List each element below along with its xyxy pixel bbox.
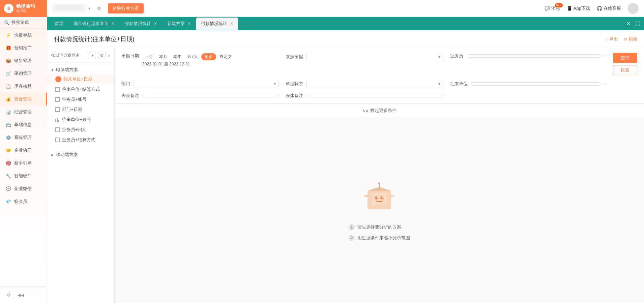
app-download-btn[interactable]: 📱 App下载 (567, 5, 590, 11)
sidebar-item-basic[interactable]: 📇 基础信息 (0, 118, 47, 131)
source-input[interactable]: ▾ (306, 53, 443, 61)
basic-icon: 📇 (5, 122, 11, 128)
tab-receivable[interactable]: 收款情况统计 ✕ (120, 18, 162, 30)
scheme-settings-btn[interactable]: ⚙ (98, 52, 106, 59)
trial-btn[interactable]: 体验行业方案 (108, 3, 144, 13)
filter-row-2: 部门 ▾ 单据状态 ▾ (121, 80, 637, 88)
scheme-square-icon-4 (55, 127, 60, 132)
tab-home[interactable]: 首页 (50, 18, 68, 30)
service-icon: 🎧 (597, 6, 602, 11)
sidebar-item-quick-nav[interactable]: ⚡ 快捷导航 (0, 29, 47, 41)
sales-icon: 📦 (5, 58, 11, 64)
scheme-item-staff-account[interactable]: 业务员+账号 (47, 94, 114, 104)
query-btn[interactable]: 查询 (613, 53, 637, 63)
notif-badge: 99+ (555, 3, 563, 7)
sidebar-item-operation[interactable]: 📊 经营管理 (0, 105, 47, 118)
account-chevron-icon: ▾ (88, 6, 90, 11)
date-label: 单据日期 (121, 53, 139, 59)
tab-receivable-close[interactable]: ✕ (154, 21, 157, 26)
counterpart-more-btn[interactable]: ··· (603, 81, 608, 87)
sidebar-item-sales[interactable]: 📦 销售管理 (0, 54, 47, 67)
date-btn-more[interactable]: 更多 (201, 53, 216, 60)
sidebar-item-vip[interactable]: 💎 畅会员 (0, 195, 47, 208)
main-area: ▾ ⚙ 体验行业方案 💬 消息 99+ 📱 App下载 🎧 在线客服 (47, 0, 644, 303)
date-btn-custom[interactable]: 自定义 (217, 53, 234, 61)
svg-point-3 (375, 196, 378, 200)
tab-payment-stat-close[interactable]: ✕ (230, 21, 233, 26)
staff-more-btn[interactable]: ··· (603, 53, 608, 59)
sidebar-item-inventory[interactable]: 📋 库存核算 (0, 80, 47, 93)
date-btn-this-month[interactable]: 本月 (156, 53, 170, 61)
sidebar-item-system[interactable]: ⚙️ 系统管理 (0, 131, 47, 144)
dept-label: 部门 (121, 81, 130, 87)
filter-settings-btn[interactable]: 设置 (613, 65, 637, 75)
filter-date-field: 单据日期 上月 本月 本年 近7天 更多 自定义 20 (121, 53, 279, 67)
scheme-square-icon-2 (55, 97, 60, 102)
scheme-item-staff-date[interactable]: 业务员+日期 (47, 125, 114, 135)
svg-point-5 (377, 196, 378, 198)
scheme-group-mobile: ▶ 移动端方案 (47, 148, 114, 162)
add-scheme-btn[interactable]: + (89, 52, 96, 59)
dept-input[interactable]: ▾ (134, 80, 279, 88)
counterpart-input[interactable] (471, 82, 601, 86)
scheme-group-mobile-title[interactable]: ▶ 移动端方案 (47, 150, 114, 159)
export-btn[interactable]: ↑ 导出 (606, 36, 618, 42)
doc-status-input[interactable]: ▾ (306, 80, 443, 88)
inventory-icon: 📋 (5, 83, 11, 89)
user-avatar[interactable] (628, 3, 639, 14)
sidebar: 6 畅捷通巧 标准版 🔍 搜索菜单 ⚡ 快捷导航 🎁 营销推广 📦 销售管理 🛒… (0, 0, 47, 303)
svg-rect-10 (390, 195, 394, 197)
main-body: 按以下方案查询 + ⚙ « ▶ 电脑端方案 (47, 48, 644, 303)
sidebar-item-enterprise[interactable]: 🤝 企业协同 (0, 144, 47, 157)
filter-doc-status-field: 单据状态 ▾ (286, 80, 443, 88)
date-btn-last-month[interactable]: 上月 (142, 53, 156, 61)
scheme-item-counterpart-date[interactable]: 往来单位+日期 (47, 74, 114, 84)
scheme-item-counterpart-settlement[interactable]: 往来单位+结算方式 (47, 84, 114, 94)
tab-bar: 首页 现金银行流水查询 ✕ 收款情况统计 ✕ 新建方案 ✕ 付款情况统计 ✕ ✕… (47, 17, 644, 30)
tab-new-scheme[interactable]: 新建方案 ✕ (163, 18, 196, 30)
account-selector[interactable]: ▾ (53, 4, 90, 12)
collapse-more-btn[interactable]: ∧∧ 收起更多条件 (115, 104, 644, 117)
sidebar-item-guide[interactable]: 🎯 新手引导 (0, 157, 47, 170)
filter-main: 单据日期 上月 本月 本年 近7天 更多 自定义 20 (115, 48, 644, 303)
empty-step-2: 2 用过滤条件来缩小分析范围 (349, 234, 410, 242)
sidebar-item-finance[interactable]: 💰 资金管理 (0, 93, 47, 105)
page-header: 付款情况统计(往来单位+日期) ↑ 导出 ↺ 刷新 (47, 30, 644, 48)
staff-input[interactable] (467, 54, 601, 58)
sidebar-item-hardware[interactable]: 🔧 智能硬件 (0, 170, 47, 182)
sidebar-item-purchase[interactable]: 🛒 采购管理 (0, 67, 47, 80)
finance-icon: 💰 (5, 96, 11, 102)
scheme-item-counterpart-account[interactable]: 往来单位+账号 (47, 115, 114, 125)
tabs-maximize-btn[interactable]: ⛶ (634, 20, 641, 28)
scheme-bar-icon (55, 117, 60, 122)
date-btn-7days[interactable]: 近7天 (185, 53, 201, 61)
tab-payment-stat[interactable]: 付款情况统计 ✕ (196, 18, 238, 30)
tabs-close-all-btn[interactable]: ✕ (625, 19, 632, 28)
scheme-group-desktop: ▶ 电脑端方案 往来单位+日期 往来单位+结算方式 业务员+账号 (47, 63, 114, 148)
settings-footer-btn[interactable]: ⚙ (4, 290, 13, 300)
tab-bank-flow-close[interactable]: ✕ (111, 21, 115, 26)
collapse-sidebar-btn[interactable]: ◀◀ (16, 290, 26, 300)
purchase-icon: 🛒 (5, 70, 11, 77)
note-body-input[interactable] (306, 94, 443, 97)
tab-new-scheme-close[interactable]: ✕ (187, 21, 191, 26)
sidebar-nav: ⚡ 快捷导航 🎁 营销推广 📦 销售管理 🛒 采购管理 📋 库存核算 💰 资金管… (0, 29, 47, 286)
scheme-item-dept-date[interactable]: 部门+日期 (47, 104, 114, 115)
scheme-group-desktop-title[interactable]: ▶ 电脑端方案 (47, 65, 114, 74)
note-header-input[interactable] (142, 94, 279, 97)
refresh-btn[interactable]: ↺ 刷新 (623, 36, 637, 42)
scheme-panel-collapse-btn[interactable]: « (108, 53, 110, 58)
search-menu-item[interactable]: 🔍 搜索菜单 (0, 17, 47, 29)
date-btn-this-year[interactable]: 本年 (171, 53, 184, 61)
date-range-display: 2022-01-01 至 2022-12-31 (142, 61, 234, 67)
scheme-item-staff-settlement[interactable]: 业务员+结算方式 (47, 135, 114, 145)
scheme-square-icon-3 (55, 107, 60, 112)
guide-icon: 🎯 (5, 160, 11, 166)
svg-point-4 (380, 196, 384, 200)
tab-bank-flow[interactable]: 现金银行流水查询 ✕ (69, 18, 119, 30)
online-service-btn[interactable]: 🎧 在线客服 (597, 5, 621, 11)
topbar-gear-btn[interactable]: ⚙ (94, 4, 104, 13)
notification-btn[interactable]: 💬 消息 99+ (545, 5, 560, 11)
sidebar-item-wechat[interactable]: 💬 企业微信 (0, 182, 47, 195)
sidebar-item-marketing[interactable]: 🎁 营销推广 (0, 41, 47, 54)
